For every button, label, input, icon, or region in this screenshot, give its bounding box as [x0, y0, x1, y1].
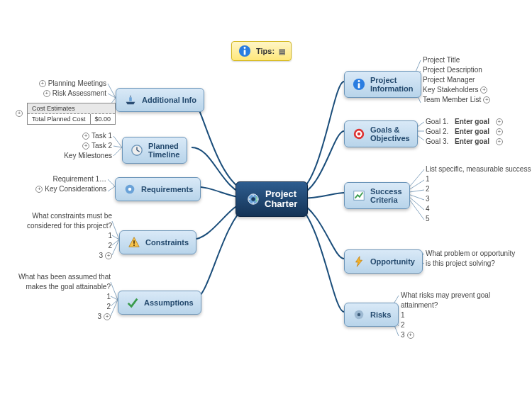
- svg-line-29: [112, 221, 119, 240]
- cost-estimates-table: Cost Estimates Total Planned Cost $0.00: [27, 103, 116, 125]
- expand-icon[interactable]: +: [496, 118, 503, 125]
- expand-icon[interactable]: +: [82, 142, 89, 150]
- svg-point-53: [358, 133, 361, 136]
- tips-label: Tips:: [256, 47, 275, 55]
- expand-icon[interactable]: +: [39, 80, 46, 87]
- svg-line-30: [112, 235, 119, 240]
- svg-point-41: [251, 197, 255, 201]
- node-assumptions[interactable]: Assumptions: [118, 291, 201, 315]
- svg-line-24: [113, 136, 122, 147]
- expand-icon[interactable]: +: [483, 96, 490, 103]
- expand-icon[interactable]: +: [82, 133, 89, 140]
- info-icon: [352, 77, 366, 91]
- node-success-criteria[interactable]: Success Criteria: [344, 182, 410, 209]
- risk-gear-icon: [352, 308, 366, 322]
- svg-line-31: [112, 240, 119, 245]
- node-risks[interactable]: Risks: [344, 303, 399, 327]
- node-label: Goals & Objectives: [370, 125, 410, 142]
- node-goals-objectives[interactable]: Goals & Objectives: [344, 120, 418, 147]
- expand-icon[interactable]: +: [104, 313, 111, 320]
- detail-timeline: +Task 1 +Task 2 Key Milestones: [57, 131, 112, 161]
- expand-icon[interactable]: +: [407, 332, 414, 339]
- node-label: Additional Info: [142, 96, 196, 104]
- info-icon: [238, 44, 252, 58]
- node-project-information[interactable]: Project Information: [344, 71, 421, 98]
- node-label: Constraints: [145, 238, 189, 247]
- expand-icon[interactable]: +: [496, 138, 503, 145]
- svg-point-45: [128, 188, 132, 191]
- detail-additional: +Planning Meetings +Risk Assessment: [34, 79, 106, 99]
- svg-rect-50: [358, 83, 360, 88]
- gear-small-icon: [123, 182, 137, 196]
- tips-extra-icon: ▤: [279, 47, 285, 55]
- svg-rect-39: [244, 50, 246, 55]
- node-label: Success Criteria: [370, 187, 402, 204]
- detail-success: List specific, measurable success criter…: [426, 164, 532, 224]
- svg-rect-46: [133, 240, 135, 244]
- detail-assumptions: What has been assumed that makes the goa…: [7, 272, 111, 322]
- node-opportunity[interactable]: Opportunity: [344, 249, 423, 274]
- node-label: Requirements: [141, 185, 193, 193]
- cost-row-value: $0.00: [91, 114, 116, 124]
- svg-line-22: [108, 94, 116, 98]
- expand-icon[interactable]: +: [16, 110, 23, 117]
- warning-icon: [127, 235, 141, 249]
- node-requirements[interactable]: Requirements: [115, 177, 201, 201]
- svg-line-33: [111, 282, 118, 300]
- bolt-icon: [352, 254, 366, 269]
- chart-icon: [352, 189, 366, 203]
- svg-line-26: [113, 147, 122, 156]
- svg-rect-42: [129, 97, 132, 101]
- center-node-project-charter[interactable]: Project Charter: [235, 181, 308, 217]
- svg-rect-47: [133, 245, 135, 246]
- svg-point-56: [358, 313, 361, 317]
- node-label: Planned Timeline: [148, 142, 179, 159]
- detail-requirements: Requirement 1… +Key Considerations: [35, 174, 106, 194]
- svg-line-25: [113, 146, 122, 147]
- svg-line-27: [108, 179, 115, 186]
- node-label: Project Information: [370, 76, 414, 93]
- svg-line-35: [111, 300, 118, 306]
- svg-line-21: [108, 84, 116, 98]
- node-additional-info[interactable]: Additional Info: [116, 88, 204, 112]
- node-label: Risks: [370, 310, 391, 319]
- ship-icon: [123, 93, 138, 107]
- node-constraints[interactable]: Constraints: [119, 230, 196, 254]
- node-label: Opportunity: [370, 257, 415, 266]
- svg-point-49: [358, 80, 360, 82]
- svg-line-32: [112, 240, 119, 255]
- detail-project-information: Project Title Project Description Projec…: [423, 55, 490, 105]
- cost-row-label: Total Planned Cost: [28, 114, 91, 124]
- check-icon: [126, 296, 140, 310]
- tips-callout[interactable]: Tips: ▤: [231, 41, 292, 61]
- center-label: Project Charter: [265, 189, 297, 209]
- node-planned-timeline[interactable]: Planned Timeline: [122, 137, 187, 164]
- expand-icon[interactable]: +: [496, 128, 503, 135]
- detail-goals: Goal 1. Enter goal + Goal 2. Enter goal …: [426, 117, 503, 147]
- detail-opportunity: What problem or opportunity is this proj…: [426, 249, 515, 269]
- gear-icon: [246, 192, 260, 206]
- svg-line-36: [111, 300, 118, 316]
- expand-icon[interactable]: +: [35, 186, 43, 193]
- svg-line-34: [111, 296, 118, 300]
- detail-risks: What risks may prevent goal attainment? …: [401, 291, 490, 340]
- cost-header: Cost Estimates: [28, 103, 115, 114]
- svg-point-38: [244, 47, 246, 49]
- target-icon: [352, 127, 366, 141]
- expand-icon[interactable]: +: [105, 252, 112, 259]
- expand-icon[interactable]: +: [480, 86, 487, 94]
- detail-constraints: What constraints must be considered for …: [13, 211, 112, 261]
- expand-icon[interactable]: +: [43, 90, 50, 97]
- clock-icon: [130, 143, 144, 157]
- svg-line-28: [108, 186, 115, 191]
- node-label: Assumptions: [144, 298, 194, 307]
